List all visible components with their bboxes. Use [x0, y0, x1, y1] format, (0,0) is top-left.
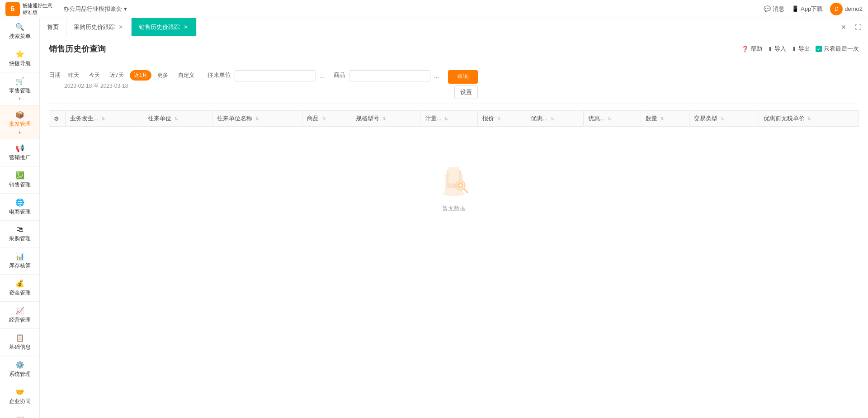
page-header-actions: ❓ 帮助 ⬆ 导入 ⬇ 导出 ✓ 只看最后一次: [741, 45, 859, 53]
chevron-up-icon: ▴: [19, 129, 21, 134]
sort-icon: ⇅: [807, 116, 811, 121]
sort-icon: ⇅: [101, 116, 105, 121]
sort-icon: ⇅: [444, 116, 448, 121]
company-selector[interactable]: 办公用品行业模拟账套 ▾: [60, 3, 131, 15]
only-last-checkbox[interactable]: ✓ 只看最后一次: [816, 45, 859, 53]
filter-action-group: 查询 设置: [448, 70, 478, 99]
empty-text: 暂无数据: [442, 204, 466, 213]
gear-icon: ⚙️: [15, 361, 24, 369]
sidebar-item-search-menu[interactable]: 🔍 搜索菜单: [0, 18, 39, 45]
app-download-btn[interactable]: 📱 App下载: [792, 5, 823, 13]
inventory-icon: 📊: [15, 252, 24, 261]
product-picker-btn[interactable]: ...: [434, 72, 439, 79]
help-icon: ❓: [741, 46, 749, 52]
box-icon: 📦: [15, 110, 24, 119]
sidebar-item-operations[interactable]: 📈 经营管理: [0, 302, 39, 329]
import-icon: ⬆: [768, 46, 773, 52]
filter-btn-1month[interactable]: 近1月: [130, 70, 152, 81]
table-header-product[interactable]: 商品 ⇅: [302, 111, 351, 127]
product-filter-group: 商品 ...: [334, 70, 439, 81]
tab-close-purchase[interactable]: ✕: [118, 23, 124, 31]
sort-icon: ⇅: [497, 116, 500, 121]
table-header-biz-date[interactable]: 业务发生... ⇅: [66, 111, 143, 127]
table-header-quote[interactable]: 报价 ⇅: [477, 111, 526, 127]
checkbox-icon: ✓: [816, 46, 822, 52]
filter-btn-today[interactable]: 今天: [85, 70, 104, 81]
sidebar-item-basics[interactable]: 📋 基础信息: [0, 329, 39, 356]
settings-button[interactable]: 设置: [454, 86, 478, 99]
date-options: 昨天 今天 近7天 近1月 更多 自定义 2023-02-18 至 2023-0…: [64, 70, 198, 90]
tab-home[interactable]: 首页: [40, 18, 66, 36]
sidebar-item-guide[interactable]: 📖 新手引导: [0, 410, 39, 418]
filter-btn-yesterday[interactable]: 昨天: [64, 70, 83, 81]
sidebar-item-shortcuts[interactable]: ⭐ 快捷导航: [0, 45, 39, 72]
export-btn[interactable]: ⬇ 导出: [792, 45, 810, 53]
trending-icon: 📈: [15, 306, 24, 315]
table-header-partner-code[interactable]: 往来单位 ⇅: [143, 111, 212, 127]
avatar: D: [830, 3, 843, 15]
shopping-icon: 🛍: [16, 225, 24, 233]
partner-filter-group: 往来单位 ...: [208, 70, 325, 81]
phone-icon: 📱: [792, 5, 799, 12]
tab-close-all-btn[interactable]: ✕: [838, 22, 849, 33]
cart-icon: 🛒: [15, 77, 24, 86]
table-header-trade-type[interactable]: 交易类型 ⇅: [689, 111, 759, 127]
table-header-discount2[interactable]: 优惠... ⇅: [584, 111, 641, 127]
table-header-unit[interactable]: 计量... ⇅: [420, 111, 477, 127]
money-icon: 💰: [15, 279, 24, 288]
product-label: 商品: [334, 70, 345, 79]
partner-picker-btn[interactable]: ...: [320, 72, 325, 79]
star-icon: ⭐: [15, 50, 24, 58]
table-header-spec[interactable]: 规格型号 ⇅: [351, 111, 420, 127]
sidebar-item-finance[interactable]: 💰 资金管理: [0, 275, 39, 302]
partner-label: 往来单位: [208, 70, 231, 79]
table-header-partner-name[interactable]: 往来单位名称 ⇅: [212, 111, 302, 127]
sidebar-item-retail[interactable]: 🛒 零售管理 ▾: [0, 72, 39, 106]
tab-purchase-history[interactable]: 采购历史价跟踪 ✕: [66, 18, 132, 36]
table-header-qty[interactable]: 数量 ⇅: [641, 111, 689, 127]
filter-btn-more[interactable]: 更多: [153, 70, 172, 81]
message-btn[interactable]: 💬 消息: [764, 5, 784, 13]
table-body: 暂无数据: [49, 127, 859, 249]
table-header: ⚙ 业务发生... ⇅ 往来单位 ⇅ 往来单位名称: [49, 111, 859, 127]
partner-input[interactable]: [235, 70, 316, 81]
chevron-down-icon: ▾: [19, 96, 21, 101]
handshake-icon: 🤝: [15, 388, 24, 396]
import-btn[interactable]: ⬆ 导入: [768, 45, 786, 53]
tab-sales-history[interactable]: 销售历史价跟踪 ✕: [132, 18, 197, 36]
tab-bar: 首页 采购历史价跟踪 ✕ 销售历史价跟踪 ✕ ✕ ⛶: [40, 18, 868, 36]
top-bar-right: 💬 消息 📱 App下载 D demo2: [764, 3, 863, 15]
table-header-tax-price[interactable]: 优惠前无税单价 ⇅: [759, 111, 859, 127]
table-header-settings[interactable]: ⚙: [49, 111, 66, 127]
sidebar-item-purchase[interactable]: 🛍 采购管理: [0, 221, 39, 247]
table-header-discount1[interactable]: 优惠... ⇅: [526, 111, 584, 127]
filter-btn-custom[interactable]: 自定义: [174, 70, 198, 81]
sidebar-item-wholesale[interactable]: 📦 批发管理 ▴: [0, 106, 39, 139]
sidebar-item-enterprise[interactable]: 🤝 企业协同: [0, 383, 39, 410]
filter-btn-7days[interactable]: 近7天: [106, 70, 128, 81]
product-input[interactable]: [349, 70, 430, 81]
date-buttons: 昨天 今天 近7天 近1月 更多 自定义: [64, 70, 198, 81]
help-btn[interactable]: ❓ 帮助: [741, 45, 762, 53]
partner-input-group: ...: [235, 70, 325, 81]
sidebar-item-system[interactable]: ⚙️ 系统管理: [0, 356, 39, 383]
sort-icon: ⇅: [255, 116, 259, 121]
table-empty-row: 暂无数据: [49, 127, 859, 249]
sidebar-item-inventory[interactable]: 📊 库存核算: [0, 247, 39, 275]
chevron-down-icon: ▾: [124, 5, 127, 12]
search-icon: 🔍: [15, 23, 24, 31]
page-title: 销售历史价查询: [49, 43, 106, 54]
sidebar-item-ecommerce[interactable]: 🌐 电商管理: [0, 194, 39, 221]
export-icon: ⬇: [792, 46, 797, 52]
sort-icon: ⇅: [175, 116, 178, 121]
user-menu[interactable]: D demo2: [830, 3, 863, 15]
logo-icon: 6: [5, 2, 20, 16]
globe-icon: 🌐: [15, 198, 24, 207]
settings-icon: ⚙: [54, 115, 59, 122]
query-button[interactable]: 查询: [448, 70, 478, 84]
tab-close-sales[interactable]: ✕: [183, 23, 189, 31]
sidebar-item-sales[interactable]: 💹 销售管理: [0, 166, 39, 194]
book-icon: 📖: [15, 415, 24, 418]
tab-expand-btn[interactable]: ⛶: [853, 22, 863, 33]
sidebar-item-marketing[interactable]: 📢 营销推广: [0, 139, 39, 166]
